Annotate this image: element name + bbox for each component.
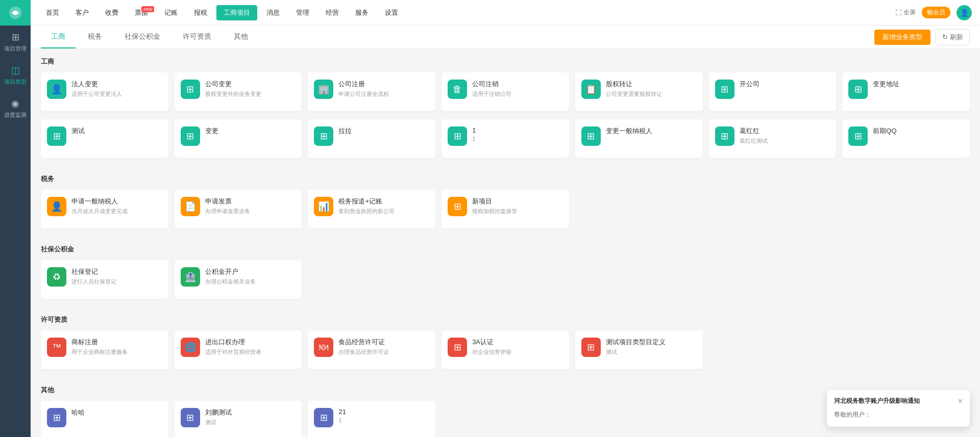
- nav-item-settings[interactable]: 设置: [378, 5, 405, 20]
- cards-grid-shuiwu: 👤 申请一般纳税人 当月或次月成变更完成 📄 申请发票 办理申请发票业务 📊 税…: [41, 190, 970, 228]
- card-gjj-open[interactable]: 🏦 公积金开户 办理公积金相关业务: [175, 260, 302, 299]
- card-name-equity-transfer: 股权转让: [606, 80, 697, 89]
- nav-item-charge[interactable]: 收费: [98, 5, 126, 20]
- nav-item-service[interactable]: 服务: [348, 5, 376, 20]
- card-info-liupeng-test: 刘鹏测试 测试: [205, 408, 296, 426]
- card-name-company-cancel: 公司注销: [472, 80, 563, 89]
- card-company-cancel[interactable]: 🗑 公司注销 适用于注销公司: [442, 72, 569, 111]
- card-import-export[interactable]: 🌐 进出口权办理 适用于对外贸易经营者: [175, 330, 302, 369]
- card-name-lala: 拉拉: [338, 126, 429, 136]
- avatar[interactable]: 👤: [957, 5, 972, 20]
- card-change2[interactable]: ⊞ 变更: [175, 119, 302, 158]
- card-info-company-register: 公司注册 申请公司注册全流程: [338, 80, 429, 98]
- sidebar-logo[interactable]: [0, 0, 31, 25]
- vip-button[interactable]: 畅会员: [922, 7, 950, 18]
- sidebar-item-project-manage[interactable]: ⊞ 项目管理: [0, 25, 31, 59]
- sidebar-item-progress-monitor[interactable]: ◉ 进度监测: [0, 92, 31, 125]
- card-twenty-one[interactable]: ⊞ 21 1: [308, 401, 435, 437]
- card-open-company[interactable]: ⊞ 开公司: [709, 72, 837, 111]
- fullscreen-btn[interactable]: ⛶ 全屏: [895, 8, 916, 17]
- card-name-import-export: 进出口权办理: [205, 338, 296, 347]
- card-desc-new-project: 报税加税控盘保管: [472, 208, 563, 215]
- nav-item-tax[interactable]: 报税: [187, 5, 214, 20]
- card-legal-change[interactable]: 👤 法人变更 适用于公司变更法人: [41, 72, 168, 111]
- card-tax-report[interactable]: 📊 税务报道+记账 拿到营业执照的新公司: [308, 190, 435, 228]
- card-liupeng-test[interactable]: ⊞ 刘鹏测试 测试: [175, 401, 302, 437]
- card-food-license[interactable]: 🍽 食品经营许可证 办理食品经营许可证: [308, 330, 435, 369]
- card-name-open-company: 开公司: [740, 80, 830, 89]
- nav-item-ticket[interactable]: 票据 new: [128, 5, 155, 20]
- card-apply-taxpayer[interactable]: 👤 申请一般纳税人 当月或次月成变更完成: [41, 190, 168, 228]
- sidebar-item-label: 项目类型: [4, 78, 27, 86]
- nav-item-home[interactable]: 首页: [39, 5, 66, 20]
- card-name-change-address: 变更地址: [873, 80, 964, 89]
- card-info-equity-transfer: 股权转让 公司变更需要股权转让: [606, 80, 697, 98]
- subtab-shebao[interactable]: 社保公积金: [114, 26, 170, 48]
- card-icon-new-project: ⊞: [448, 197, 467, 216]
- card-name-haha: 哈哈: [71, 408, 162, 417]
- cards-grid-gongshang2: ⊞ 测试 ⊞ 变更 ⊞ 拉拉 ⊞ 1: [41, 119, 970, 158]
- card-icon-equity-transfer: 📋: [581, 80, 601, 99]
- card-qqbefore[interactable]: ⊞ 前期QQ: [842, 119, 970, 158]
- nav-item-accounting[interactable]: 记账: [157, 5, 185, 20]
- section-title-shuiwu: 税务: [41, 174, 970, 184]
- main-area: 首页 客户 收费 票据 new 记账 报税 工商项目 消息 管理 经营 服务 设…: [31, 0, 980, 437]
- card-shebao-reg[interactable]: ♻ 社保登记 进行人员社保登记: [41, 260, 168, 299]
- card-icon-apply-taxpayer: 👤: [47, 197, 66, 216]
- card-change-taxpayer[interactable]: ⊞ 变更一般纳税人: [575, 119, 703, 158]
- nav-item-operation[interactable]: 经营: [318, 5, 346, 20]
- subtab-shuiwu[interactable]: 税务: [78, 26, 112, 48]
- notification-title: 河北税务数字账户升级影响通知: [834, 397, 920, 406]
- card-company-register[interactable]: 🏢 公司注册 申请公司注册全流程: [308, 72, 435, 111]
- subtab-gongshang[interactable]: 工商: [41, 26, 76, 48]
- project-manage-icon: ⊞: [12, 32, 19, 43]
- card-info-qqbefore: 前期QQ: [873, 126, 964, 136]
- card-name-company-register: 公司注册: [338, 80, 429, 89]
- card-lala[interactable]: ⊞ 拉拉: [308, 119, 435, 158]
- sidebar: ⊞ 项目管理 ◫ 项目类型 ◉ 进度监测: [0, 0, 31, 437]
- card-desc-one: 1: [472, 136, 563, 142]
- card-3a-cert[interactable]: ⊞ 3A认证 对企业信誉评级: [442, 330, 569, 369]
- card-desc-apply-taxpayer: 当月或次月成变更完成: [71, 208, 162, 215]
- refresh-icon: ↻: [942, 33, 948, 41]
- card-mohonghong[interactable]: ⊞ 葛红红 葛红红测试: [709, 119, 837, 158]
- card-name-shebao-reg: 社保登记: [71, 267, 162, 276]
- sidebar-item-project-type[interactable]: ◫ 项目类型: [0, 59, 31, 92]
- nav-item-client[interactable]: 客户: [68, 5, 96, 20]
- card-apply-invoice[interactable]: 📄 申请发票 办理申请发票业务: [175, 190, 302, 228]
- card-info-gjj-open: 公积金开户 办理公积金相关业务: [205, 267, 296, 286]
- new-type-button[interactable]: 新增业务类型: [874, 30, 930, 45]
- card-desc-gjj-open: 办理公积金相关业务: [205, 278, 296, 286]
- card-test[interactable]: ⊞ 测试: [41, 119, 168, 158]
- card-icon-tax-report: 📊: [314, 197, 333, 216]
- card-icon-one: ⊞: [448, 126, 467, 146]
- card-new-project[interactable]: ⊞ 新项目 报税加税控盘保管: [442, 190, 569, 228]
- card-info-trademark: 商标注册 用于企业商标注册服务: [71, 338, 162, 356]
- card-name-3a-cert: 3A认证: [472, 338, 563, 347]
- section-shebao: 社保公积金 ♻ 社保登记 进行人员社保登记 🏦 公积金开户 办理公积金相关业务: [31, 237, 980, 299]
- card-name-test: 测试: [71, 126, 162, 136]
- refresh-button[interactable]: ↻ 刷新: [936, 29, 970, 45]
- sidebar-item-label: 项目管理: [4, 45, 27, 53]
- notification-close-button[interactable]: ×: [958, 397, 963, 406]
- card-trademark[interactable]: ™ 商标注册 用于企业商标注册服务: [41, 330, 168, 369]
- section-title-shebao: 社保公积金: [41, 245, 970, 254]
- card-equity-transfer[interactable]: 📋 股权转让 公司变更需要股权转让: [575, 72, 703, 111]
- card-change-address[interactable]: ⊞ 变更地址: [842, 72, 970, 111]
- card-haha[interactable]: ⊞ 哈哈: [41, 401, 168, 437]
- subtab-other[interactable]: 其他: [224, 26, 258, 48]
- card-company-change[interactable]: ⊞ 公司变更 股权变更外的业务变更: [175, 72, 302, 111]
- fullscreen-icon: ⛶: [895, 9, 901, 16]
- nav-item-industrial[interactable]: 工商项目: [216, 5, 257, 20]
- notification-body: 尊敬的用户：: [834, 410, 963, 420]
- card-test-type[interactable]: ⊞ 测试项目类型目定义 测试: [575, 330, 703, 369]
- card-info-import-export: 进出口权办理 适用于对外贸易经营者: [205, 338, 296, 356]
- ticket-badge: new: [141, 6, 154, 12]
- card-info-food-license: 食品经营许可证 办理食品经营许可证: [338, 338, 429, 356]
- card-one[interactable]: ⊞ 1 1: [442, 119, 569, 158]
- nav-item-message[interactable]: 消息: [259, 5, 287, 20]
- nav-item-manage[interactable]: 管理: [289, 5, 316, 20]
- card-desc-legal-change: 适用于公司变更法人: [71, 90, 162, 98]
- subtab-xuke[interactable]: 许可资质: [173, 26, 222, 48]
- section-title-gongshang: 工商: [41, 57, 970, 66]
